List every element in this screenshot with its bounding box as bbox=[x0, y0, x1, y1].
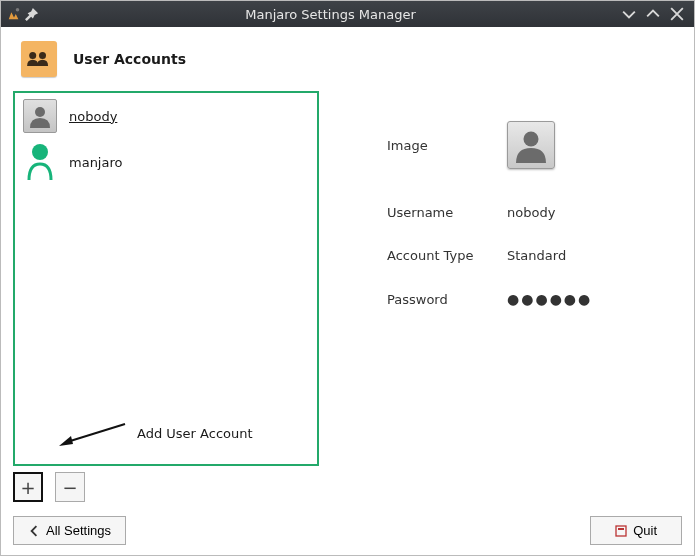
window-title: Manjaro Settings Manager bbox=[39, 7, 622, 22]
svg-rect-9 bbox=[618, 528, 624, 530]
page-header: User Accounts bbox=[1, 27, 694, 85]
svg-point-0 bbox=[16, 8, 20, 12]
pin-icon[interactable] bbox=[25, 7, 39, 21]
remove-user-button[interactable]: − bbox=[55, 472, 85, 502]
user-details: Image Username nobody Account Type Stand… bbox=[329, 91, 682, 466]
image-label: Image bbox=[387, 138, 507, 153]
username-label: Username bbox=[387, 205, 507, 220]
account-type-label: Account Type bbox=[387, 248, 507, 263]
all-settings-button[interactable]: All Settings bbox=[13, 516, 126, 545]
username-value: nobody bbox=[507, 205, 555, 220]
chevron-left-icon bbox=[28, 525, 40, 537]
add-hint: Add User Account bbox=[57, 418, 253, 448]
add-user-button[interactable]: + bbox=[13, 472, 43, 502]
password-value: ●●●●●● bbox=[507, 291, 592, 307]
svg-line-5 bbox=[67, 424, 125, 442]
account-type-value: Standard bbox=[507, 248, 566, 263]
minimize-icon[interactable] bbox=[622, 7, 636, 21]
page-title: User Accounts bbox=[73, 51, 186, 67]
app-window: Manjaro Settings Manager User Accounts bbox=[0, 0, 695, 556]
avatar-person-icon bbox=[23, 145, 57, 179]
user-image[interactable] bbox=[507, 121, 555, 169]
user-accounts-icon bbox=[21, 41, 57, 77]
user-name: nobody bbox=[69, 109, 117, 124]
svg-point-4 bbox=[32, 144, 48, 160]
password-label: Password bbox=[387, 292, 507, 307]
svg-point-3 bbox=[35, 107, 45, 117]
arrow-icon bbox=[57, 418, 127, 448]
close-icon[interactable] bbox=[670, 7, 684, 21]
maximize-icon[interactable] bbox=[646, 7, 660, 21]
svg-rect-8 bbox=[616, 526, 626, 536]
avatar-placeholder-icon bbox=[23, 99, 57, 133]
user-name: manjaro bbox=[69, 155, 122, 170]
user-item-nobody[interactable]: nobody bbox=[15, 93, 317, 139]
quit-button[interactable]: Quit bbox=[590, 516, 682, 545]
svg-point-7 bbox=[524, 132, 539, 147]
bottom-bar: All Settings Quit bbox=[1, 510, 694, 555]
svg-point-1 bbox=[29, 52, 36, 59]
user-item-manjaro[interactable]: manjaro bbox=[15, 139, 317, 185]
titlebar: Manjaro Settings Manager bbox=[1, 1, 694, 27]
add-hint-label: Add User Account bbox=[137, 426, 253, 441]
svg-point-2 bbox=[39, 52, 46, 59]
user-list: nobody manjaro Add User Account bbox=[13, 91, 319, 466]
quit-icon bbox=[615, 525, 627, 537]
list-toolbar: + − bbox=[1, 470, 694, 510]
app-icon bbox=[7, 7, 21, 21]
svg-marker-6 bbox=[59, 436, 73, 446]
